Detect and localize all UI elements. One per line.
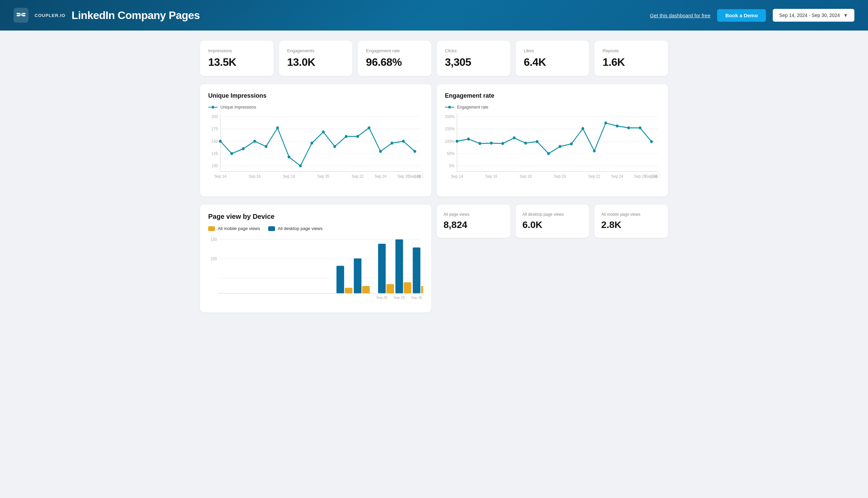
stat-card-2: All mobile page views 2.8K (595, 205, 668, 238)
svg-point-72 (639, 126, 641, 129)
svg-point-66 (570, 143, 573, 145)
kpi-label-3: Clicks (445, 48, 457, 53)
svg-text:Sep 26: Sep 26 (397, 174, 410, 179)
svg-point-23 (288, 155, 290, 158)
engagement-rate-title: Engagement rate (445, 92, 660, 100)
svg-text:150: 150 (212, 139, 218, 143)
svg-text:Sep 30: Sep 30 (651, 174, 660, 179)
engagement-legend-label: Engagement rate (457, 105, 488, 109)
kpi-card-0: Impressions 13.5K (200, 41, 273, 76)
svg-text:100: 100 (212, 163, 218, 168)
engagement-rate-chart-area: 200% 150% 100% 50% 0% (445, 114, 660, 188)
svg-text:125: 125 (212, 151, 218, 156)
svg-text:Sep 18: Sep 18 (519, 174, 532, 179)
svg-point-57 (467, 137, 470, 141)
svg-point-33 (402, 140, 405, 143)
svg-rect-98 (362, 286, 370, 293)
kpi-label-1: Engagements (287, 48, 314, 53)
svg-point-28 (345, 135, 348, 138)
kpi-row: Impressions 13.5K Engagements 13.0K Enga… (200, 41, 668, 76)
stat-value-2: 2.8K (601, 220, 661, 230)
main-content: Impressions 13.5K Engagements 13.0K Enga… (186, 30, 682, 323)
svg-rect-95 (336, 266, 344, 293)
svg-text:Sep 20: Sep 20 (554, 174, 566, 179)
svg-text:Sep 26: Sep 26 (634, 174, 646, 179)
svg-rect-89 (378, 244, 386, 293)
svg-point-62 (524, 142, 527, 145)
svg-point-22 (276, 126, 279, 129)
kpi-label-0: Impressions (208, 48, 232, 53)
kpi-card-5: Reposts 1.6K (595, 41, 668, 76)
charts-row: Unique Impressions Unique impressions 20… (200, 84, 668, 196)
device-chart-title: Page view by Device (208, 213, 423, 221)
svg-point-67 (582, 127, 584, 130)
book-demo-button[interactable]: Book a Demo (717, 9, 766, 22)
svg-text:150%: 150% (445, 127, 455, 131)
brand-name: COUPLER.IO (35, 13, 65, 18)
svg-point-21 (265, 145, 268, 148)
svg-text:0%: 0% (449, 163, 454, 168)
svg-text:50%: 50% (447, 151, 455, 156)
legend-item-label-0: All mobile page views (218, 226, 260, 231)
svg-text:Sep 16: Sep 16 (485, 174, 497, 179)
stat-value-1: 6.0K (522, 220, 583, 230)
unique-impressions-title: Unique Impressions (208, 92, 423, 100)
svg-rect-96 (353, 259, 361, 293)
svg-point-26 (322, 131, 324, 134)
svg-text:175: 175 (212, 127, 218, 131)
page-title: LinkedIn Company Pages (71, 9, 200, 22)
page-view-device-card: Page view by Device All mobile page view… (200, 205, 431, 312)
date-range-selector[interactable]: Sep 14, 2024 - Sep 30, 2024 ▼ (773, 9, 854, 22)
header-right: Get this dashboard for free Book a Demo … (650, 9, 854, 22)
unique-impressions-chart-card: Unique Impressions Unique impressions 20… (200, 84, 431, 196)
svg-point-61 (513, 136, 516, 140)
kpi-value-2: 96.68% (366, 56, 402, 68)
svg-rect-93 (404, 282, 411, 293)
svg-text:Sep 26: Sep 26 (376, 296, 388, 300)
svg-text:200%: 200% (445, 114, 455, 119)
stat-label-1: All desktop page views (522, 212, 583, 217)
svg-point-58 (478, 142, 481, 145)
svg-point-24 (299, 165, 302, 168)
svg-rect-90 (395, 239, 403, 293)
kpi-value-3: 3,305 (445, 56, 471, 68)
svg-rect-4 (20, 14, 22, 16)
kpi-label-2: Engagement rate (366, 48, 400, 53)
svg-point-27 (333, 145, 336, 148)
svg-point-68 (593, 149, 596, 153)
engagement-rate-legend: Engagement rate (445, 105, 660, 109)
legend-label: Unique impressions (221, 105, 256, 109)
svg-text:200: 200 (212, 114, 218, 119)
svg-point-56 (456, 140, 458, 143)
page-view-stats-row: All page views 8,824 All desktop page vi… (437, 205, 668, 238)
svg-point-63 (536, 140, 538, 143)
svg-text:Sep 24: Sep 24 (611, 174, 623, 179)
svg-point-64 (547, 152, 550, 155)
svg-point-17 (219, 140, 222, 143)
device-chart-area: 150 100 (208, 236, 423, 304)
svg-point-20 (253, 140, 256, 143)
coupler-logo (14, 8, 28, 23)
svg-rect-1 (17, 15, 20, 16)
svg-point-32 (391, 142, 393, 145)
svg-rect-97 (345, 288, 352, 293)
svg-text:Sep 20: Sep 20 (317, 174, 330, 179)
unique-impressions-chart-area: 200 175 150 125 100 (208, 114, 423, 188)
engagement-rate-chart-card: Engagement rate Engagement rate 200% 150… (437, 84, 668, 196)
get-dashboard-link[interactable]: Get this dashboard for free (650, 13, 710, 18)
legend-item-label-1: All desktop page views (278, 226, 322, 231)
svg-point-70 (616, 124, 618, 128)
stat-label-2: All mobile page views (601, 212, 661, 217)
svg-point-19 (242, 147, 244, 150)
device-legend: All mobile page views All desktop page v… (208, 226, 423, 231)
device-legend-item-0: All mobile page views (208, 226, 260, 231)
kpi-card-4: Likes 6.4K (516, 41, 589, 76)
svg-text:Sep 24: Sep 24 (374, 174, 387, 179)
svg-text:100: 100 (211, 257, 217, 261)
svg-rect-3 (22, 15, 25, 16)
svg-point-65 (558, 145, 561, 148)
unique-impressions-legend: Unique impressions (208, 105, 423, 109)
svg-text:Sep 14: Sep 14 (451, 174, 463, 179)
device-legend-item-1: All desktop page views (268, 226, 322, 231)
svg-text:Sep 14: Sep 14 (214, 174, 227, 179)
